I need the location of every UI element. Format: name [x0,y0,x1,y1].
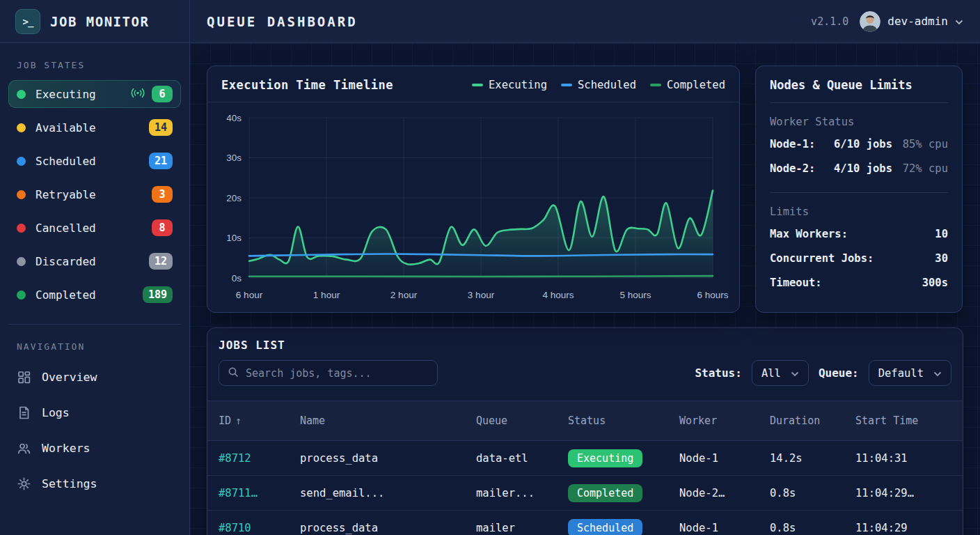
job-id-link[interactable]: #8711… [219,487,300,499]
user-menu[interactable]: dev-admin [860,11,963,32]
job-id-link[interactable]: #8710 [219,522,300,534]
sidebar-item-discarded[interactable]: Discarded 12 [8,247,181,275]
queue-filter-select[interactable]: Default [869,360,951,386]
job-start-time: 11:04:29 [855,522,951,534]
limit-label: Concurrent Jobs: [770,247,874,271]
legend-swatch [650,84,661,86]
nav-label: Workers [42,442,90,455]
sidebar-item-completed[interactable]: Completed 189 [8,281,181,309]
top-header: QUEUE DASHBOARD v2.1.0 dev-admin [190,0,980,43]
job-status: Completed [568,484,679,502]
column-id[interactable]: ID↑ [219,414,300,427]
svg-text:10s: 10s [226,233,242,243]
search-input[interactable] [246,367,429,380]
legend-item-scheduled[interactable]: Scheduled [561,79,636,91]
table-row[interactable]: #8710 process_data mailer Scheduled Node… [207,511,963,535]
job-id-link[interactable]: #8712 [219,452,300,465]
status-dot [17,157,26,166]
sidebar-item-overview[interactable]: Overview [8,362,181,392]
svg-text:4 hours: 4 hours [542,290,574,300]
legend-label: Scheduled [578,79,636,91]
node-cpu: 72% cpu [903,157,948,181]
queue-filter-value: Default [878,367,924,380]
count-badge: 14 [149,119,173,136]
avatar [860,11,880,32]
users-icon [17,441,31,456]
column-queue[interactable]: Queue [476,414,568,427]
table-row[interactable]: #8711… send_email... mailer... Completed… [207,476,963,511]
status-filter-select[interactable]: All [752,360,809,386]
node-cpu: 85% cpu [903,132,948,157]
sidebar-item-retryable[interactable]: Retryable 3 [8,180,181,208]
count-badge: 3 [152,186,173,203]
timeline-chart: 0s10s20s30s40s6 hour1 hour2 hour3 hour4 … [207,102,739,312]
sidebar-item-scheduled[interactable]: Scheduled 21 [8,147,181,175]
nav-label: Logs [42,406,70,419]
status-badge: Completed [568,484,642,502]
sidebar-item-executing[interactable]: Executing 6 [8,80,181,108]
svg-text:3 hour: 3 hour [468,290,495,300]
gear-icon [17,476,31,491]
limit-row: Concurrent Jobs: 30 [770,247,948,271]
app-window: >_ JOB MONITOR QUEUE DASHBOARD v2.1.0 [0,0,980,535]
column-worker[interactable]: Worker [679,414,770,427]
job-duration: 0.8s [770,487,855,499]
sidebar-item-settings[interactable]: Settings [8,468,181,499]
table-row[interactable]: #8712 process_data data-etl Executing No… [207,441,963,476]
column-status[interactable]: Status [568,414,679,427]
sidebar-item-available[interactable]: Available 14 [8,114,181,141]
limit-label: Timeout: [770,271,822,295]
user-name: dev-admin [887,15,948,28]
worker-status-heading: Worker Status [770,116,948,128]
sidebar-item-cancelled[interactable]: Cancelled 8 [8,214,181,242]
node-jobs: 6/10 jobs [834,132,892,157]
nav-label: Overview [42,371,97,384]
job-worker: Node-1 [679,522,770,534]
legend-label: Executing [489,79,547,91]
legend-item-executing[interactable]: Executing [472,79,547,91]
job-status: Scheduled [568,519,679,535]
sidebar: JOB STATES Executing 6 Available 14 [0,43,190,535]
sidebar-item-workers[interactable]: Workers [8,433,181,463]
job-queue: mailer [476,522,568,534]
column-duration[interactable]: Duration [770,414,855,427]
chart-title: Execution Time Timeline [221,78,393,92]
search-icon [228,366,239,380]
job-start-time: 11:04:29… [855,487,951,499]
sidebar-item-logs[interactable]: Logs [8,397,181,428]
state-label: Executing [35,88,96,101]
status-filter-value: All [761,367,781,380]
legend-label: Completed [667,79,725,91]
chart-legend: Executing Scheduled Completed [472,79,725,91]
job-duration: 0.8s [770,522,855,534]
limit-value: 10 [935,222,948,247]
column-start-time[interactable]: Start Time [855,414,951,427]
status-dot [17,123,26,132]
jobs-table-header: ID↑ Name Queue Status Worker Duration St… [207,401,963,441]
svg-text:0s: 0s [232,273,242,284]
job-name: send_email... [300,487,476,499]
job-worker: Node-1 [679,452,770,465]
column-name[interactable]: Name [300,414,476,427]
svg-text:5 hours: 5 hours [619,290,651,300]
limit-row: Max Workers: 10 [770,222,948,247]
navigation-heading: NAVIGATION [8,336,181,362]
dashboard-grid-icon [17,370,31,385]
job-states-heading: JOB STATES [8,54,181,80]
limit-value: 30 [935,247,948,271]
job-queue: data-etl [476,452,568,465]
status-dot [17,90,26,99]
sidebar-divider [8,324,181,325]
state-label: Scheduled [35,155,96,168]
svg-text:1 hour: 1 hour [313,290,340,300]
search-box[interactable] [219,360,438,386]
state-label: Available [35,121,96,134]
state-label: Completed [35,288,96,302]
legend-item-completed[interactable]: Completed [650,79,725,91]
document-icon [17,405,31,420]
svg-text:40s: 40s [226,113,242,123]
state-label: Retryable [35,188,96,201]
app-title: JOB MONITOR [50,14,149,29]
count-badge: 12 [149,253,173,270]
card-divider [770,192,948,193]
